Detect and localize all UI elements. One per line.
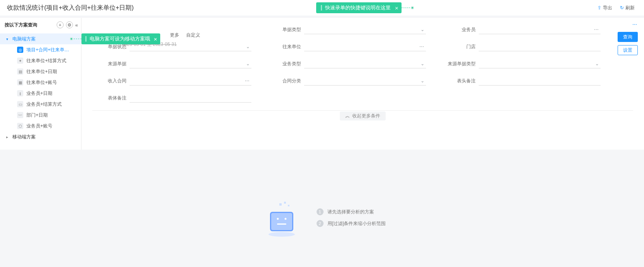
tree-item-label: 往来单位+账号 bbox=[26, 79, 57, 86]
scheme-icon: ▤ bbox=[17, 68, 23, 75]
ellipsis-icon: ⋯ bbox=[594, 27, 599, 32]
collapse-sidebar-button[interactable]: « bbox=[75, 22, 78, 28]
tree-item-label: 往来单位+日期 bbox=[26, 68, 57, 75]
collapse-filters-button[interactable]: ︽ 收起更多条件 bbox=[340, 112, 386, 120]
filter-header-remark: 表头备注 bbox=[441, 76, 601, 86]
filter-label: 来源单据类型 bbox=[441, 61, 479, 67]
tree-item[interactable]: ⫿ 业务员+日期 bbox=[0, 88, 81, 99]
step-number-1: 1 bbox=[317, 208, 324, 215]
tree-item[interactable]: ▭ 业务员+结算方式 bbox=[0, 99, 81, 110]
date-tabs: 更多 自定义 bbox=[170, 32, 200, 38]
salesman-picker[interactable]: ⋯ bbox=[479, 25, 601, 34]
sidebar-header: 按以下方案查询 + ⚙ « bbox=[0, 18, 81, 32]
filter-income-contract: 收入合同 ⋯ bbox=[92, 76, 251, 86]
filter-source-doc: 来源单据 ⌄ bbox=[92, 59, 251, 68]
tree-item-label: 部门+日期 bbox=[26, 112, 48, 119]
scheme-icon: ▦ bbox=[17, 79, 23, 86]
scheme-icon: 〰 bbox=[17, 112, 23, 118]
shortcut-tip-text: 快速录单的快捷键说明在这里 bbox=[325, 4, 391, 11]
tree-item-label: 业务员+结算方式 bbox=[26, 101, 62, 108]
filter-source-doc-type: 来源单据类型 ⌄ bbox=[441, 59, 601, 68]
tree-item-label: 往来单位+结算方式 bbox=[26, 58, 66, 64]
refresh-button[interactable]: ↻ 刷新 bbox=[620, 5, 635, 11]
close-icon[interactable]: × bbox=[395, 5, 398, 11]
search-button[interactable]: 查询 bbox=[618, 32, 638, 42]
scheme-icon: ▭ bbox=[17, 101, 23, 107]
tree-item[interactable]: ⬡ 业务员+账号 bbox=[0, 120, 81, 131]
filter-store: 门店 bbox=[441, 42, 601, 51]
body-remark-input[interactable] bbox=[130, 93, 251, 103]
anchor-dot-icon bbox=[411, 6, 414, 9]
search-button-label: 查询 bbox=[623, 34, 632, 40]
page-title: 收款情况统计(项目+收入合同+往来单位+日期) bbox=[7, 4, 134, 12]
caret-down-icon: ▾ bbox=[6, 37, 9, 41]
income-contract-picker[interactable]: ⋯ bbox=[130, 76, 251, 86]
scheme-icon: ⫿ bbox=[17, 90, 23, 96]
tree-group-label: 移动端方案 bbox=[12, 134, 36, 140]
counterparty-picker[interactable]: ⋯ bbox=[304, 42, 426, 51]
contract-class-select[interactable]: ⌄ bbox=[304, 76, 426, 86]
empty-state: 1 请先选择要分析的方案 2 用[过滤]条件来缩小分析范围 bbox=[0, 196, 644, 239]
accent-bar-icon bbox=[321, 5, 322, 10]
source-doc-select[interactable]: ⌄ bbox=[130, 59, 251, 68]
export-icon: ⇪ bbox=[597, 5, 601, 10]
tree-group-desktop[interactable]: ▾ 电脑端方案 bbox=[0, 33, 81, 44]
tree-item[interactable]: ▤ 往来单位+日期 bbox=[0, 66, 81, 77]
sidebar: 按以下方案查询 + ⚙ « 电脑方案可设为移动方案哦 × ▾ 电脑端方案 ◎ 项… bbox=[0, 18, 81, 150]
close-icon[interactable]: × bbox=[154, 36, 157, 42]
tree-group-mobile[interactable]: ▸ 移动端方案 bbox=[0, 131, 81, 142]
filter-label: 表头备注 bbox=[441, 78, 479, 84]
step-text: 请先选择要分析的方案 bbox=[327, 209, 374, 215]
filter-label: 合同分类 bbox=[267, 78, 304, 84]
tree-item-label: 项目+合同+往来单位... bbox=[26, 47, 73, 53]
filter-label: 表体备注 bbox=[92, 95, 130, 101]
empty-steps: 1 请先选择要分析的方案 2 用[过滤]条件来缩小分析范围 bbox=[317, 208, 386, 227]
filter-salesman: 业务员 ⋯ bbox=[441, 25, 601, 34]
tab-more[interactable]: 更多 bbox=[170, 32, 179, 38]
filter-label: 来源单据 bbox=[92, 61, 130, 67]
empty-step-1: 1 请先选择要分析的方案 bbox=[317, 208, 386, 215]
chevron-up-icon: ︽ bbox=[345, 113, 350, 119]
store-input[interactable] bbox=[479, 42, 601, 51]
tree-item[interactable]: ▦ 往来单位+账号 bbox=[0, 77, 81, 88]
source-doc-type-select[interactable]: ⌄ bbox=[479, 59, 601, 68]
filter-label: 门店 bbox=[441, 44, 479, 50]
svg-rect-7 bbox=[284, 202, 286, 204]
filter-body-remark: 表体备注 bbox=[92, 93, 251, 103]
tree-item[interactable]: 〰 部门+日期 bbox=[0, 110, 81, 120]
refresh-label: 刷新 bbox=[625, 5, 635, 11]
step-text: 用[过滤]条件来缩小分析范围 bbox=[327, 220, 386, 227]
settings-button[interactable]: 设置 bbox=[618, 45, 638, 55]
header-remark-input[interactable] bbox=[479, 76, 601, 86]
chevron-down-icon: ⌄ bbox=[421, 78, 424, 84]
tree-item[interactable]: ✦ 往来单位+结算方式 bbox=[0, 55, 81, 66]
add-scheme-button[interactable]: + bbox=[57, 21, 64, 28]
svg-rect-4 bbox=[277, 223, 286, 225]
settings-icon-button[interactable]: ⚙ bbox=[66, 21, 73, 28]
scheme-tip-text: 电脑方案可设为移动方案哦 bbox=[90, 35, 150, 42]
document-type-select[interactable]: ⌄ bbox=[304, 25, 426, 34]
biz-type-select[interactable]: ⌄ bbox=[304, 59, 426, 68]
tab-custom[interactable]: 自定义 bbox=[186, 32, 200, 38]
more-options-button[interactable]: ⋯ bbox=[628, 22, 638, 29]
collapse-bar: ︽ 收起更多条件 bbox=[92, 110, 633, 121]
caret-right-icon: ▸ bbox=[6, 135, 9, 139]
settings-button-label: 设置 bbox=[623, 47, 632, 54]
empty-step-2: 2 用[过滤]条件来缩小分析范围 bbox=[317, 220, 386, 227]
export-button[interactable]: ⇪ 导出 bbox=[597, 5, 612, 11]
refresh-icon: ↻ bbox=[620, 5, 624, 10]
filter-counterparty: 往来单位 ⋯ bbox=[267, 42, 426, 51]
chevron-down-icon: ⌄ bbox=[421, 61, 424, 66]
empty-illustration-icon bbox=[258, 196, 305, 239]
filter-label: 收入合同 bbox=[92, 78, 130, 84]
export-label: 导出 bbox=[603, 5, 612, 11]
chevron-down-icon: ⌄ bbox=[246, 61, 250, 66]
top-actions: ⇪ 导出 ↻ 刷新 bbox=[597, 5, 635, 11]
filter-biz-type: 业务类型 ⌄ bbox=[267, 59, 426, 68]
ellipsis-icon: ⋯ bbox=[245, 78, 250, 84]
svg-point-3 bbox=[284, 218, 286, 220]
scheme-tip: 电脑方案可设为移动方案哦 × bbox=[81, 33, 160, 44]
filter-label: 业务类型 bbox=[267, 61, 304, 67]
tree-item[interactable]: ◎ 项目+合同+往来单位... bbox=[0, 44, 81, 55]
filter-panel: 更多 自定义 2023-05-01 至 2023-05-31 ⋯ 查询 设置 单… bbox=[81, 18, 644, 150]
